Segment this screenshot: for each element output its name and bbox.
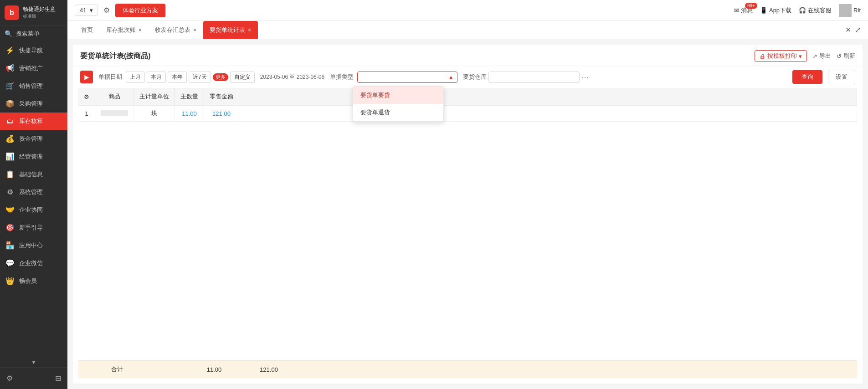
dropdown-item-order-purchase[interactable]: 要货单要货 — [353, 87, 443, 104]
cell-extra — [239, 106, 857, 122]
tabs-right: ✕ ⤢ — [845, 26, 861, 34]
print-label: 按模板打印 — [767, 52, 797, 60]
finance-icon: 💰 — [5, 134, 15, 143]
query-btn[interactable]: 查询 — [792, 70, 822, 84]
sidebar-nav: ⚡ 快捷导航 📢 营销推广 🛒 销售管理 📦 采购管理 🗂 库存核算 💰 资金管… — [0, 41, 67, 357]
sidebar-item-label: 系统管理 — [19, 188, 43, 196]
filter-warehouse-group: 要货仓库 ⋯ — [463, 72, 787, 83]
refresh-icon: ↺ — [837, 53, 842, 60]
product-placeholder — [101, 110, 128, 116]
messages-btn[interactable]: ✉ 消息 99+ — [734, 6, 753, 15]
online-service-btn[interactable]: 🎧 在线客服 — [799, 6, 832, 15]
footer-quantity: 11.00 — [196, 366, 232, 373]
tabs-bar: 首页 库存批次账 × 收发存汇总表 × 要货单统计表 × ✕ ⤢ — [67, 21, 868, 39]
sidebar-item-label: 经营管理 — [19, 153, 43, 161]
sidebar-scroll-down[interactable]: ▼ — [31, 359, 36, 365]
search-menu[interactable]: 🔍 搜索菜单 — [0, 26, 67, 41]
sidebar-item-enterprise[interactable]: 🤝 企业协同 — [0, 201, 67, 219]
app-download-label: App下载 — [769, 6, 791, 15]
settings-gear-icon[interactable]: ⚙ — [5, 372, 15, 384]
sidebar-item-label: 新手引导 — [19, 224, 43, 232]
tab-order-stats-label: 要货单统计表 — [210, 26, 245, 34]
warehouse-more-icon[interactable]: ⋯ — [581, 73, 589, 82]
quantity-link[interactable]: 11.00 — [182, 110, 197, 117]
filter-expand-btn[interactable]: ▶ — [80, 71, 93, 83]
appstore-icon: 🏪 — [5, 241, 15, 250]
sidebar-item-inventory[interactable]: 🗂 库存核算 — [0, 113, 67, 130]
col-unit: 主计量单位 — [134, 88, 175, 106]
settings-btn[interactable]: 设置 — [828, 70, 855, 84]
dropdown-arrow-icon: ▾ — [90, 7, 93, 14]
tab-order-stats[interactable]: 要货单统计表 × — [203, 21, 258, 39]
table-header-row: ⚙ 商品 主计量单位 主数量 零售金额 — [78, 88, 857, 106]
refresh-btn[interactable]: ↺ 刷新 — [837, 52, 855, 60]
sidebar-item-member[interactable]: 👑 畅会员 — [0, 272, 67, 290]
table-footer: 合计 11.00 121.00 — [78, 360, 857, 378]
date-btn-this-year[interactable]: 本年 — [168, 72, 187, 83]
date-btn-last-month[interactable]: 上月 — [126, 72, 145, 83]
export-btn[interactable]: ↗ 导出 — [812, 52, 831, 60]
app-download-btn[interactable]: 📱 App下载 — [760, 6, 791, 15]
search-icon: 🔍 — [5, 30, 12, 37]
date-btn-7days[interactable]: 近7天 — [189, 72, 211, 83]
tab-order-stats-close[interactable]: × — [248, 27, 251, 33]
online-service-label: 在线客服 — [808, 6, 832, 15]
sidebar-item-system[interactable]: ⚙ 系统管理 — [0, 183, 67, 201]
date-btn-custom[interactable]: 自定义 — [230, 72, 255, 83]
sidebar-item-quick-nav[interactable]: ⚡ 快捷导航 — [0, 41, 67, 59]
sidebar-item-purchase[interactable]: 📦 采购管理 — [0, 95, 67, 113]
type-select-arrow-icon[interactable]: ▲ — [448, 74, 454, 81]
dropdown-item-order-return[interactable]: 要货单退货 — [353, 104, 443, 121]
search-label: 搜索菜单 — [16, 30, 40, 38]
tab-receivables[interactable]: 收发存汇总表 × — [149, 21, 203, 39]
sidebar: b 畅捷通好生意 标准版 🔍 搜索菜单 ⚡ 快捷导航 📢 营销推广 🛒 销售管理… — [0, 0, 67, 389]
sidebar-item-label: 企业微信 — [19, 259, 43, 267]
sidebar-item-wechat[interactable]: 💬 企业微信 — [0, 254, 67, 272]
type-filter-label: 单据类型 — [330, 73, 354, 81]
tab-receivables-close[interactable]: × — [193, 27, 196, 33]
sidebar-item-appstore[interactable]: 🏪 应用中心 — [0, 236, 67, 254]
main-content: 41 ▾ ⚙ 体验行业方案 ✉ 消息 99+ 📱 App下载 🎧 在线客服 R — [67, 0, 868, 389]
tab-inventory-batch[interactable]: 库存批次账 × — [100, 21, 149, 39]
cell-amount: 121.00 — [204, 106, 239, 122]
tab-close-all-btn[interactable]: ✕ — [845, 26, 851, 34]
print-btn[interactable]: 🖨 按模板打印 ▾ — [755, 50, 807, 62]
sidebar-item-sales[interactable]: 🛒 销售管理 — [0, 77, 67, 95]
tab-home-label: 首页 — [81, 26, 93, 34]
topbar-gear-icon[interactable]: ⚙ — [103, 6, 110, 15]
tab-expand-btn[interactable]: ⤢ — [855, 26, 861, 34]
cell-unit: 块 — [134, 106, 175, 122]
sidebar-item-guide[interactable]: 🎯 新手引导 — [0, 219, 67, 236]
amount-link[interactable]: 121.00 — [212, 110, 231, 117]
avatar[interactable]: Rit — [839, 4, 861, 17]
sidebar-item-label: 基础信息 — [19, 170, 43, 179]
type-select-input[interactable] — [357, 72, 457, 83]
base-icon: 📋 — [5, 170, 15, 179]
warehouse-input[interactable] — [488, 72, 580, 83]
sidebar-item-finance[interactable]: 💰 资金管理 — [0, 130, 67, 148]
date-buttons: 上月 本月 本年 近7天 更多 自定义 — [126, 72, 255, 83]
avatar-image — [839, 4, 852, 17]
message-icon: ✉ — [734, 7, 739, 14]
industry-btn[interactable]: 体验行业方案 — [115, 4, 165, 17]
logo-text-block: 畅捷通好生意 标准版 — [23, 6, 56, 20]
messages-badge: 99+ — [745, 3, 757, 9]
tab-inventory-batch-close[interactable]: × — [139, 27, 142, 33]
date-btn-this-month[interactable]: 本月 — [147, 72, 166, 83]
sidebar-item-label: 资金管理 — [19, 135, 43, 143]
sidebar-item-operation[interactable]: 📊 经营管理 — [0, 148, 67, 165]
refresh-label: 刷新 — [843, 52, 855, 60]
collapse-sidebar-icon[interactable]: ⊟ — [53, 372, 63, 384]
topbar: 41 ▾ ⚙ 体验行业方案 ✉ 消息 99+ 📱 App下载 🎧 在线客服 R — [67, 0, 868, 21]
col-settings[interactable]: ⚙ — [78, 88, 95, 106]
sidebar-item-marketing[interactable]: 📢 营销推广 — [0, 59, 67, 77]
filter-row: ▶ 单据日期 上月 本月 本年 近7天 更多 自定义 2023-05-06 至 … — [73, 66, 863, 88]
date-more-badge[interactable]: 更多 — [213, 73, 228, 81]
sidebar-bottom: ⚙ ⊟ — [0, 367, 67, 389]
tab-home[interactable]: 首页 — [75, 21, 100, 39]
topbar-dropdown[interactable]: 41 ▾ — [75, 5, 98, 16]
sidebar-item-label: 库存核算 — [19, 117, 43, 125]
col-extra — [239, 88, 857, 106]
cell-product — [95, 106, 134, 122]
sidebar-item-base[interactable]: 📋 基础信息 — [0, 165, 67, 183]
